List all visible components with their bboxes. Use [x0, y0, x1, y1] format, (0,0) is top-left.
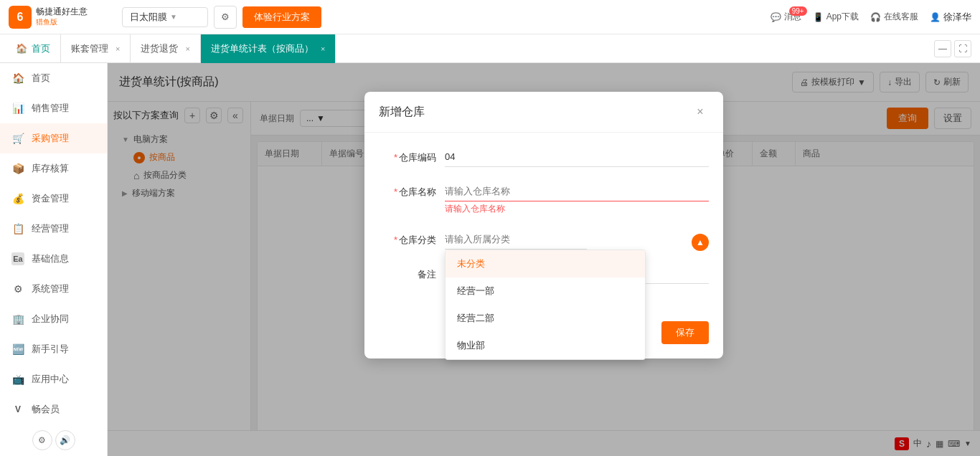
- mobile-icon: 📱: [813, 12, 824, 22]
- logo-text-area: 畅捷通好生意 猎鱼版: [36, 6, 88, 28]
- modal-header: 新增仓库 ×: [364, 92, 723, 133]
- trial-button[interactable]: 体验行业方案: [242, 6, 321, 28]
- finance-icon: 💰: [11, 192, 24, 205]
- logo-sub: 猎鱼版: [36, 17, 88, 27]
- app-logo-icon: 6: [9, 6, 32, 29]
- messages-button[interactable]: 💬 消息 99+: [771, 11, 801, 23]
- store-selector[interactable]: 日太阳膜 ▼: [122, 7, 208, 27]
- form-row-category: 仓库分类 ▲ 未分类 经营一部 经营二部 物业部: [379, 229, 709, 250]
- form-row-name: 仓库名称 请输入仓库名称: [379, 181, 709, 215]
- sidebar-item-basic-info[interactable]: Ea 基础信息: [0, 244, 107, 274]
- tab-purchase-stats[interactable]: 进货单统计表（按商品） ×: [201, 34, 336, 63]
- dropdown-item-dept2[interactable]: 经营二部: [446, 305, 645, 332]
- content-area: 进货单统计(按商品) 🖨 按模板打印 ▼ ↓ 导出 ↻ 刷新: [108, 63, 980, 456]
- name-input[interactable]: [445, 181, 709, 201]
- sidebar-settings-button[interactable]: ⚙: [32, 430, 52, 450]
- dropdown-item-dept3[interactable]: 物业部: [446, 332, 645, 359]
- notes-label: 备注: [379, 264, 436, 281]
- tab-close-accounts[interactable]: ×: [116, 44, 120, 53]
- operations-icon: 📋: [11, 222, 24, 235]
- tab-maximize-button[interactable]: ⛶: [954, 40, 971, 57]
- tab-close-purchase-stats[interactable]: ×: [321, 44, 325, 53]
- inventory-icon: 📦: [11, 162, 24, 175]
- logo-area: 6 畅捷通好生意 猎鱼版: [9, 6, 116, 29]
- modal-body: 仓库编码 仓库名称 请输入仓库名称 仓库分类: [364, 133, 723, 313]
- modal-close-button[interactable]: ×: [692, 103, 709, 120]
- home-icon: 🏠: [11, 72, 24, 85]
- category-select-wrapper: ▲ 未分类 经营一部 经营二部 物业部: [445, 229, 709, 250]
- tab-actions: — ⛶: [934, 40, 974, 57]
- sidebar-item-finance[interactable]: 💰 资金管理: [0, 184, 107, 214]
- headset-icon: 🎧: [870, 12, 881, 22]
- category-label: 仓库分类: [379, 229, 436, 247]
- vip-icon: V: [11, 403, 24, 416]
- name-error-message: 请输入仓库名称: [445, 203, 709, 215]
- user-avatar-icon: 👤: [930, 12, 941, 22]
- logo-text: 畅捷通好生意: [36, 6, 88, 18]
- sidebar-item-home[interactable]: 🏠 首页: [0, 63, 107, 93]
- modal-title: 新增仓库: [379, 105, 425, 120]
- sidebar-item-enterprise[interactable]: 🏢 企业协同: [0, 304, 107, 334]
- tab-bar: 🏠 首页 账套管理 × 进货退货 × 进货单统计表（按商品） × — ⛶: [0, 34, 980, 63]
- chevron-down-icon: ▼: [170, 13, 177, 21]
- sidebar-bottom: ⚙ 🔊: [0, 424, 107, 456]
- code-label: 仓库编码: [379, 147, 436, 164]
- tab-accounts[interactable]: 账套管理 ×: [61, 34, 131, 63]
- store-name: 日太阳膜: [130, 11, 167, 24]
- online-service-button[interactable]: 🎧 在线客服: [870, 11, 918, 23]
- app-download-button[interactable]: 📱 App下载: [813, 11, 859, 23]
- purchase-icon: 🛒: [11, 132, 24, 145]
- tab-purchase-return[interactable]: 进货退货 ×: [131, 34, 200, 63]
- category-dropdown: 未分类 经营一部 经营二部 物业部: [445, 250, 646, 360]
- category-input[interactable]: [445, 229, 587, 250]
- dropdown-item-none[interactable]: 未分类: [446, 250, 645, 277]
- top-header: 6 畅捷通好生意 猎鱼版 日太阳膜 ▼ ⚙ 体验行业方案 💬 消息 99+ 📱 …: [0, 0, 980, 34]
- tab-home[interactable]: 🏠 首页: [6, 34, 61, 63]
- sidebar-item-guide[interactable]: 🆕 新手引导: [0, 334, 107, 364]
- basic-info-icon: Ea: [11, 252, 24, 265]
- user-name: 徐泽华: [943, 11, 971, 24]
- code-input[interactable]: [445, 147, 709, 167]
- category-arrow-button[interactable]: ▲: [692, 234, 709, 251]
- sidebar-item-system[interactable]: ⚙ 系统管理: [0, 274, 107, 304]
- settings-button[interactable]: ⚙: [214, 6, 237, 29]
- sidebar-item-sales[interactable]: 📊 销售管理: [0, 93, 107, 123]
- message-icon: 💬: [771, 12, 781, 22]
- guide-icon: 🆕: [11, 343, 24, 356]
- home-icon: 🏠: [16, 43, 27, 54]
- message-badge: 99+: [789, 6, 807, 16]
- save-button[interactable]: 保存: [661, 321, 709, 344]
- main-layout: 🏠 首页 📊 销售管理 🛒 采购管理 📦 库存核算 💰 资金管理 📋 经营管理 …: [0, 63, 980, 456]
- enterprise-icon: 🏢: [11, 313, 24, 326]
- form-row-code: 仓库编码: [379, 147, 709, 167]
- sidebar-item-app-center[interactable]: 📺 应用中心: [0, 364, 107, 394]
- name-input-wrapper: 请输入仓库名称: [445, 181, 709, 215]
- sidebar-item-operations[interactable]: 📋 经营管理: [0, 214, 107, 244]
- sales-icon: 📊: [11, 102, 24, 115]
- sidebar-audio-button[interactable]: 🔊: [55, 430, 75, 450]
- user-area[interactable]: 👤 徐泽华: [930, 11, 971, 24]
- app-center-icon: 📺: [11, 373, 24, 386]
- sidebar: 🏠 首页 📊 销售管理 🛒 采购管理 📦 库存核算 💰 资金管理 📋 经营管理 …: [0, 63, 108, 456]
- sidebar-item-purchase[interactable]: 🛒 采购管理: [0, 123, 107, 153]
- modal-overlay[interactable]: 新增仓库 × 仓库编码 仓库名称 请输入仓库名称: [108, 63, 980, 456]
- gear-icon: ⚙: [221, 11, 230, 22]
- name-label: 仓库名称: [379, 181, 436, 199]
- tab-minimize-button[interactable]: —: [934, 40, 951, 57]
- tab-close-purchase-return[interactable]: ×: [185, 44, 189, 53]
- sidebar-item-vip[interactable]: V 畅会员: [0, 394, 107, 424]
- new-warehouse-modal: 新增仓库 × 仓库编码 仓库名称 请输入仓库名称: [364, 92, 723, 358]
- sidebar-item-inventory[interactable]: 📦 库存核算: [0, 153, 107, 184]
- dropdown-item-dept1[interactable]: 经营一部: [446, 277, 645, 305]
- header-right: 💬 消息 99+ 📱 App下载 🎧 在线客服 👤 徐泽华: [771, 11, 971, 24]
- system-icon: ⚙: [11, 282, 24, 295]
